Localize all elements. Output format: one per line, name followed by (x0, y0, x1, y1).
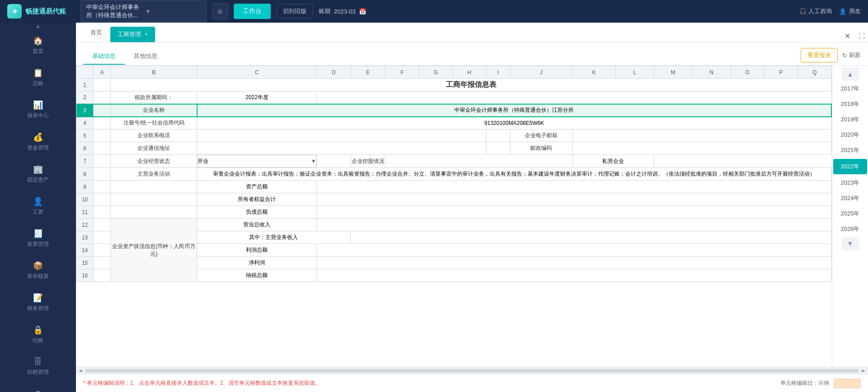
cell-3c[interactable]: 中审众环会计师事务所（特殊普通合伙）江苏分所 (197, 104, 831, 117)
sidebar-item-fund[interactable]: 💰 资金管理 (0, 126, 76, 158)
col-header-f[interactable]: F (386, 66, 419, 79)
cell-9a[interactable] (94, 181, 111, 193)
col-header-e[interactable]: E (350, 66, 385, 79)
cell-11d[interactable] (317, 206, 831, 219)
horizontal-scrollbar[interactable]: ◄ ► (76, 367, 868, 374)
year-2024[interactable]: 2024年 (832, 191, 868, 206)
year-2017[interactable]: 2017年 (832, 81, 868, 96)
company-icon-btn[interactable]: ⊞ (212, 3, 228, 19)
cell-13a[interactable] (94, 231, 111, 244)
sidebar-item-ledger[interactable]: 📋 总账 (0, 62, 76, 94)
cell-7c[interactable]: 开业▼ (197, 155, 316, 167)
cell-3b[interactable]: 企业名称 (111, 104, 197, 117)
cell-6c[interactable] (197, 142, 486, 155)
cell-14d[interactable] (317, 244, 831, 257)
col-header-m[interactable]: M (654, 66, 692, 79)
year-2019[interactable]: 2019年 (832, 112, 868, 127)
cell-15c[interactable]: 净利润 (197, 257, 317, 269)
cell-16d[interactable] (317, 269, 831, 282)
reset-report-button[interactable]: 重置报表 (801, 48, 838, 62)
cell-2b[interactable]: 税款所属期间： (111, 91, 197, 104)
sidebar-item-home[interactable]: 🏠 首页 (0, 29, 76, 62)
col-header-p[interactable]: P (764, 66, 797, 79)
year-scroll-down[interactable]: ▼ (841, 237, 859, 250)
col-header-q[interactable]: Q (798, 66, 831, 79)
cell-12a[interactable] (94, 219, 111, 231)
tab-other-info[interactable]: 其他信息 (125, 48, 166, 65)
cell-7k[interactable] (386, 155, 573, 168)
col-header-o[interactable]: O (731, 66, 764, 79)
sidebar-item-invoice[interactable]: 🧾 发票管理 (0, 222, 76, 254)
col-header-a[interactable]: A (94, 66, 111, 79)
col-header-l[interactable]: L (616, 66, 654, 79)
window-close-btn[interactable]: ✕ (841, 29, 854, 42)
sidebar-item-salary[interactable]: 👤 工资 (0, 190, 76, 222)
cell-3a[interactable] (94, 104, 111, 117)
cell-12c[interactable]: 营业总收入 (197, 219, 317, 231)
cell-6k[interactable] (572, 142, 831, 155)
tab-close-btn[interactable]: × (145, 31, 148, 38)
cell-11a[interactable] (94, 206, 111, 219)
cell-2a[interactable] (94, 91, 111, 104)
col-header-n[interactable]: N (692, 66, 731, 79)
year-2018[interactable]: 2018年 (832, 96, 868, 112)
col-header-j[interactable]: J (510, 66, 572, 79)
cell-10c[interactable]: 所有者权益合计 (197, 193, 317, 206)
col-header-g[interactable]: G (419, 66, 453, 79)
cell-7a[interactable] (94, 155, 111, 168)
tab-home[interactable]: 首页 (83, 24, 109, 42)
cell-7b[interactable]: 企业经营状态 (111, 155, 197, 168)
cell-6b[interactable]: 企业通信地址 (111, 142, 197, 155)
year-2022[interactable]: 2022年 (833, 159, 867, 174)
year-2021[interactable]: 2021年 (832, 143, 868, 158)
cell-2c[interactable]: 2022年度 (197, 91, 317, 104)
cell-5j[interactable]: 企业电子邮箱 (510, 129, 572, 142)
cell-8c[interactable]: 审查企业会计报表；出具审计报告；验证企业资本；出具验资报告；办理企业合并、分立、… (197, 168, 831, 181)
sheet-title-cell[interactable]: 工商年报信息表 (111, 79, 831, 91)
cell-5k[interactable] (572, 129, 831, 142)
cell-13e[interactable] (350, 231, 831, 244)
cell-9b[interactable] (111, 181, 197, 193)
workbench-button[interactable]: 工作台 (234, 4, 271, 19)
cell-5c[interactable] (197, 129, 486, 142)
cell-7p[interactable]: 私营企业 (572, 155, 654, 168)
sidebar-item-report[interactable]: 📊 报表中心 (0, 94, 76, 126)
cell-13d[interactable]: 其中：主营业务收入 (197, 231, 350, 244)
cell-16a[interactable] (94, 269, 111, 282)
cell-11b[interactable] (111, 206, 197, 219)
col-header-b[interactable]: B (111, 66, 197, 79)
cell-5i[interactable] (486, 129, 510, 142)
old-version-button[interactable]: 切到旧版 (276, 4, 313, 19)
year-2020[interactable]: 2020年 (832, 127, 868, 143)
cell-6j[interactable]: 邮政编码 (510, 142, 572, 155)
cell-7j[interactable]: 企业控股情况 (350, 155, 385, 168)
tab-basic-info[interactable]: 基础信息 (83, 48, 125, 65)
year-2025[interactable]: 2025年 (832, 206, 868, 221)
year-2026[interactable]: 2026年 (832, 221, 868, 237)
cell-9d[interactable] (317, 181, 831, 193)
sidebar-item-archive[interactable]: 🗄 归档管理 (0, 351, 76, 382)
cell-6i[interactable] (486, 142, 510, 155)
col-header-c[interactable]: C (197, 66, 317, 79)
sidebar-item-assets[interactable]: 🏢 固定资产 (0, 158, 76, 190)
sidebar-item-settings[interactable]: ⚙ 设置 (0, 382, 76, 392)
cell-5a[interactable] (94, 129, 111, 142)
cell-11c[interactable]: 负债总额 (197, 206, 317, 219)
cell-7i[interactable] (317, 155, 350, 168)
cell-4a[interactable] (94, 117, 111, 129)
year-scroll-up[interactable]: ▲ (841, 67, 859, 81)
cell-1a[interactable] (94, 79, 111, 91)
sidebar-item-close[interactable]: 🔒 结账 (0, 319, 76, 351)
sidebar-item-inventory[interactable]: 📦 库存核算 (0, 254, 76, 287)
cell-8a[interactable] (94, 168, 111, 181)
sidebar-scroll-up[interactable]: ▲ (0, 23, 76, 29)
year-2023[interactable]: 2023年 (832, 175, 868, 191)
cell-12d[interactable] (317, 219, 831, 231)
cell-10b[interactable] (111, 193, 197, 206)
window-expand-btn[interactable]: ⛶ (855, 29, 868, 42)
cell-14c[interactable]: 利润总额 (197, 244, 317, 257)
cell-4c[interactable]: 91320100MA208E5W6K (197, 117, 831, 129)
cell-5b[interactable]: 企业联系电话 (111, 129, 197, 142)
cell-8b[interactable]: 主营业务活动 (111, 168, 197, 181)
cell-10d[interactable] (317, 193, 831, 206)
